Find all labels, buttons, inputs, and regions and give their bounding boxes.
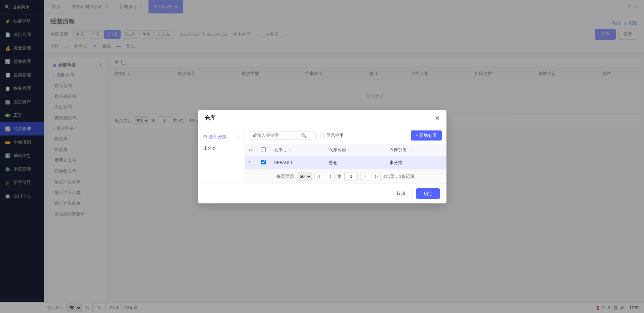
modal-sidebar-all-categories[interactable]: ⊞ 全部分类 《 [198,131,245,143]
row-index: 1 [245,156,257,169]
modal-header: 仓库 ✕ [198,110,446,127]
modal-total-text: 共1页，1条记录 [383,173,414,180]
grid-icon-modal: ⊞ [203,134,207,139]
row-code: DEFAULT [270,156,325,169]
show-disabled-toggle[interactable]: 显示停用 [320,132,344,139]
col-warehouse-code: 仓库... ⇅ [270,144,325,157]
modal-prev-page-btn[interactable]: ⟨ [326,172,335,181]
settings-icon-table[interactable]: ⚙ [249,148,253,153]
sort-icon-name[interactable]: ⇅ [348,149,351,152]
modal-sidebar-uncategorized[interactable]: 未分类 [198,143,245,154]
confirm-btn[interactable]: 确定 [416,188,440,199]
modal-table: ⚙ 仓库... ⇅ 仓库名称 [245,144,446,169]
modal-per-page-label: 每页显示 [276,173,294,180]
warehouse-modal: 仓库 ✕ ⊞ 全部分类 《 未分类 [198,110,446,203]
col-warehouse-category: 仓库分类 ⇅ [385,144,446,157]
row-checkbox[interactable] [261,160,266,164]
modal-search-input[interactable] [253,133,300,138]
search-icon-modal: 🔍 [301,133,307,138]
modal-content: 🔍 显示停用 + 新增仓库 ⚙ [245,127,446,184]
sort-icon-code[interactable]: ⇅ [288,149,291,152]
modal-per-page-select[interactable]: 50 [297,172,312,181]
row-category: 未分类 [385,156,446,169]
modal-page-input[interactable] [344,172,358,181]
modal-actions: 取消 确定 [198,184,446,203]
row-name: 总仓 [325,156,385,169]
modal-last-page-btn[interactable]: ⟩⟩ [372,172,381,181]
modal-select-all[interactable] [261,147,266,152]
modal-toolbar: 🔍 显示停用 + 新增仓库 [245,127,446,144]
modal-page-label: 第 [337,173,342,180]
modal-close-btn[interactable]: ✕ [435,115,440,122]
col-warehouse-name: 仓库名称 ⇅ [325,144,385,157]
modal-overlay: 仓库 ✕ ⊞ 全部分类 《 未分类 [0,0,644,313]
modal-body: ⊞ 全部分类 《 未分类 🔍 显示停用 [198,127,446,184]
modal-next-page-btn[interactable]: ⟩ [360,172,369,181]
modal-table-wrap: ⚙ 仓库... ⇅ 仓库名称 [245,144,446,169]
modal-sidebar: ⊞ 全部分类 《 未分类 [198,127,245,184]
modal-first-page-btn[interactable]: ⟨⟨ [314,172,323,181]
table-row[interactable]: 1 DEFAULT 总仓 未分类 [245,156,446,169]
modal-pagination: 每页显示 50 ⟨⟨ ⟨ 第 ⟩ ⟩⟩ 共1页，1条记录 [245,169,446,184]
cancel-btn[interactable]: 取消 [389,188,413,199]
show-disabled-label: 显示停用 [326,132,344,139]
modal-title: 仓库 [205,115,215,122]
modal-search-box[interactable]: 🔍 [250,131,317,140]
modal-sidebar-collapse[interactable]: 《 [235,134,239,140]
add-warehouse-btn[interactable]: + 新增仓库 [411,130,441,141]
show-disabled-checkbox[interactable] [320,133,325,138]
sort-icon-category[interactable]: ⇅ [409,149,412,152]
